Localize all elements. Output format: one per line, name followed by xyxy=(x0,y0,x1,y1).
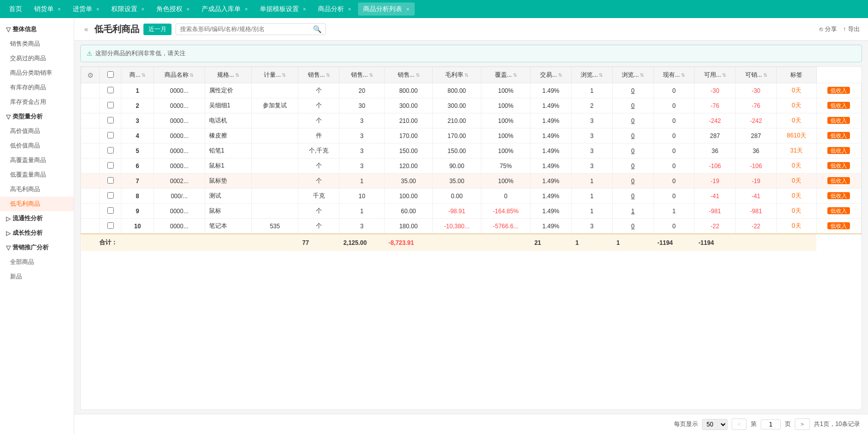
search-input[interactable] xyxy=(180,26,313,33)
col-spec[interactable]: 规格...⇅ xyxy=(205,67,251,83)
sidebar-item-traded-goods[interactable]: 交易过的商品 xyxy=(0,51,74,66)
row-checkbox[interactable] xyxy=(100,174,121,189)
sidebar-item-stock-fund[interactable]: 库存资金占用 xyxy=(0,95,74,109)
date-filter-button[interactable]: 近一月 xyxy=(143,24,171,35)
row-view1[interactable]: 0 xyxy=(612,128,653,143)
row-checkbox[interactable] xyxy=(100,143,121,159)
sidebar-group-type-analysis[interactable]: ▽ 类型量分析 xyxy=(0,109,74,124)
nav-home[interactable]: 首页 xyxy=(4,3,27,16)
col-trade[interactable]: 交易...⇅ xyxy=(531,67,572,83)
row-checkbox[interactable] xyxy=(100,204,121,219)
sidebar-item-low-margin[interactable]: 低毛利商品 xyxy=(0,197,74,211)
row-select-checkbox[interactable] xyxy=(107,102,114,108)
sidebar-group-marketing[interactable]: ▽ 营销推广分析 xyxy=(0,240,74,255)
col-coverage[interactable]: 覆盖...⇅ xyxy=(481,67,531,83)
nav-product-analysis-list[interactable]: 商品分析列表 × xyxy=(358,3,414,16)
col-settings[interactable]: ⚙ xyxy=(81,67,100,83)
nav-product-inbound-close-icon[interactable]: × xyxy=(245,6,248,12)
row-select-checkbox[interactable] xyxy=(107,192,114,199)
nav-sales[interactable]: 销货单 × xyxy=(29,3,66,16)
nav-sales-close-icon[interactable]: × xyxy=(58,6,61,12)
sidebar-group-circulation[interactable]: ▷ 流通性分析 xyxy=(0,211,74,226)
row-view1[interactable]: 0 xyxy=(612,143,653,159)
sidebar-item-sales-goods[interactable]: 销售类商品 xyxy=(0,37,74,51)
share-button[interactable]: ⎋ 分享 xyxy=(819,25,837,34)
col-name[interactable]: 商品名称⇅ xyxy=(153,67,205,83)
search-icon[interactable]: 🔍 xyxy=(313,25,321,33)
sidebar-item-high-coverage[interactable]: 高覆盖量商品 xyxy=(0,153,74,168)
nav-roles-close-icon[interactable]: × xyxy=(187,6,190,12)
sidebar-item-high-value[interactable]: 高价值商品 xyxy=(0,124,74,138)
col-view1[interactable]: 浏览...⇅ xyxy=(571,67,612,83)
nav-product-analysis-list-close-icon[interactable]: × xyxy=(406,6,409,12)
next-page-button[interactable]: ＞ xyxy=(795,418,810,430)
row-sales-amt: 120.00 xyxy=(385,159,433,174)
nav-product-analysis[interactable]: 商品分析 × xyxy=(313,3,356,16)
row-tag: 低收入 xyxy=(816,113,861,128)
row-select-checkbox[interactable] xyxy=(107,222,114,229)
col-view2[interactable]: 浏览...⇅ xyxy=(612,67,653,83)
row-view1[interactable]: 0 xyxy=(612,174,653,189)
row-view1[interactable]: 0 xyxy=(612,219,653,234)
row-sales-profit: 150.00 xyxy=(432,143,481,159)
row-checkbox[interactable] xyxy=(100,128,121,143)
page-number-input[interactable] xyxy=(761,419,781,429)
col-sales-qty[interactable]: 销售...⇅ xyxy=(298,67,339,83)
nav-template-settings[interactable]: 单据模板设置 × xyxy=(255,3,311,16)
sidebar-group-overall[interactable]: ▽ 整体信息 xyxy=(0,22,74,37)
row-stock-sale: 0天 xyxy=(777,159,817,174)
sidebar-group-growth[interactable]: ▷ 成长性分析 xyxy=(0,226,74,240)
row-select-checkbox[interactable] xyxy=(107,162,114,169)
col-sales-amt[interactable]: 销售...⇅ xyxy=(339,67,385,83)
row-checkbox[interactable] xyxy=(100,189,121,204)
sidebar-group-overall-arrow: ▽ xyxy=(6,26,11,33)
nav-permissions-close-icon[interactable]: × xyxy=(141,6,144,12)
row-view1[interactable]: 0 xyxy=(612,98,653,113)
row-checkbox[interactable] xyxy=(100,83,121,98)
row-view1[interactable]: 0 xyxy=(612,189,653,204)
nav-purchase[interactable]: 进货单 × xyxy=(68,3,104,16)
sidebar-item-low-coverage[interactable]: 低覆盖量商品 xyxy=(0,168,74,182)
row-select-checkbox[interactable] xyxy=(107,177,114,184)
select-all-checkbox[interactable] xyxy=(107,71,114,78)
collapse-sidebar-button[interactable]: « xyxy=(82,25,90,33)
col-unit[interactable]: 计量...⇅ xyxy=(252,67,298,83)
sidebar-item-all-goods[interactable]: 全部商品 xyxy=(0,255,74,269)
nav-product-analysis-close-icon[interactable]: × xyxy=(348,6,351,12)
col-code[interactable]: 商...⇅ xyxy=(121,67,154,83)
per-page-select[interactable]: 50 100 200 xyxy=(702,419,728,430)
row-view1[interactable]: 0 xyxy=(612,83,653,98)
row-select-checkbox[interactable] xyxy=(107,87,114,93)
row-select-checkbox[interactable] xyxy=(107,207,114,214)
row-checkbox[interactable] xyxy=(100,98,121,113)
col-stock-cur[interactable]: 现有...⇅ xyxy=(653,67,695,83)
sidebar-item-category-rate[interactable]: 商品分类助销率 xyxy=(0,66,74,80)
row-name: 铅笔1 xyxy=(205,143,251,159)
nav-purchase-close-icon[interactable]: × xyxy=(96,6,99,12)
sidebar-item-high-margin[interactable]: 高毛利商品 xyxy=(0,182,74,197)
row-view1[interactable]: 1 xyxy=(612,204,653,219)
col-gross-rate[interactable]: 毛利率⇅ xyxy=(432,67,481,83)
col-stock-avail[interactable]: 可用...⇅ xyxy=(695,67,736,83)
row-view1[interactable]: 0 xyxy=(612,159,653,174)
col-sales-profit[interactable]: 销售...⇅ xyxy=(385,67,433,83)
row-checkbox[interactable] xyxy=(100,159,121,174)
row-view1[interactable]: 0 xyxy=(612,113,653,128)
row-checkbox[interactable] xyxy=(100,113,121,128)
export-button[interactable]: ↑ 导出 xyxy=(843,25,860,34)
sidebar-item-new-goods[interactable]: 新品 xyxy=(0,269,74,284)
nav-permissions[interactable]: 权限设置 × xyxy=(106,3,149,16)
row-spec xyxy=(252,113,298,128)
nav-product-inbound[interactable]: 产成品入库单 × xyxy=(197,3,253,16)
row-checkbox[interactable] xyxy=(100,219,121,234)
nav-template-close-icon[interactable]: × xyxy=(303,6,306,12)
sidebar-item-low-value[interactable]: 低价值商品 xyxy=(0,138,74,153)
row-select-checkbox[interactable] xyxy=(107,147,114,154)
row-tag: 低收入 xyxy=(816,143,861,159)
row-select-checkbox[interactable] xyxy=(107,132,114,138)
prev-page-button[interactable]: ＜ xyxy=(732,418,747,430)
nav-roles[interactable]: 角色授权 × xyxy=(151,3,195,16)
col-stock-sale[interactable]: 可销...⇅ xyxy=(736,67,777,83)
row-select-checkbox[interactable] xyxy=(107,117,114,123)
sidebar-item-instock-goods[interactable]: 有库存的商品 xyxy=(0,80,74,95)
